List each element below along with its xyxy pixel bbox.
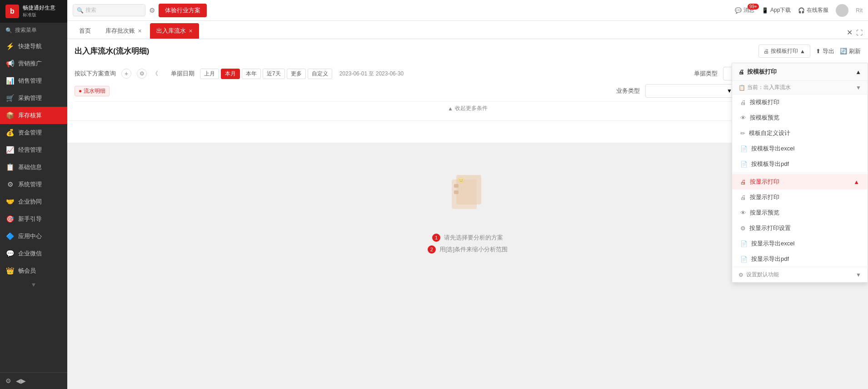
dropdown-title: 按模板打印	[747, 68, 777, 76]
sidebar-logo: b 畅捷通好生意 标准版	[0, 0, 67, 23]
sidebar-label-apps: 应用中心	[18, 232, 42, 240]
dropdown-item-template-pdf[interactable]: 📄 按模板导出pdf	[732, 156, 868, 172]
tab-home-label: 首页	[79, 27, 91, 35]
sidebar-label-cooperation: 企业协同	[18, 198, 42, 206]
filter-collapse-icon[interactable]: 《	[152, 70, 158, 78]
sidebar-item-cooperation[interactable]: 🤝 企业协同	[0, 193, 67, 210]
topbar-gear-icon[interactable]: ⚙	[149, 6, 155, 15]
sidebar-label-wechat: 企业微信	[18, 249, 42, 258]
dropdown-divider-1	[732, 173, 868, 173]
dropdown-item-template-print[interactable]: 🖨 按模板打印	[732, 95, 868, 110]
dropdown-item-display-excel[interactable]: 📄 按显示导出excel	[732, 236, 868, 251]
app-download-icon: 📱	[762, 7, 768, 14]
active-filter-tag[interactable]: ● 流水明细	[75, 86, 110, 96]
window-maximize-icon[interactable]: ⛶	[856, 29, 863, 36]
refresh-button[interactable]: 🔄 刷新	[840, 47, 861, 55]
sidebar-label-finance: 资金管理	[18, 129, 42, 137]
sidebar-item-sales[interactable]: 📊 销售管理	[0, 72, 67, 90]
template-print-label: 按模板打印	[750, 98, 779, 106]
sidebar-item-guide[interactable]: 🎯 新手引导	[0, 210, 67, 228]
dropdown-item-display-print[interactable]: 🖨 按显示打印	[732, 190, 868, 205]
display-section-label: 按显示打印	[750, 178, 779, 186]
window-close-icon[interactable]: ✕	[847, 28, 853, 37]
template-preview-icon: 👁	[740, 115, 746, 121]
dropdown-item-template-preview[interactable]: 👁 按模板预览	[732, 110, 868, 125]
sidebar-item-wechat[interactable]: 💬 企业微信	[0, 245, 67, 262]
sidebar-item-quicknav[interactable]: ⚡ 快捷导航	[0, 38, 67, 55]
tab-inventory-batch[interactable]: 库存批次账 ✕	[99, 23, 148, 39]
sidebar-scroll-down[interactable]: ▼	[0, 279, 67, 290]
sidebar-item-basic[interactable]: 📋 基础信息	[0, 159, 67, 176]
sidebar-label-basic: 基础信息	[18, 163, 42, 171]
dropdown-item-display-preview[interactable]: 👁 按显示预览	[732, 205, 868, 220]
dropdown-item-display-settings[interactable]: ⚙ 按显示打印设置	[732, 220, 868, 236]
sidebar-item-member[interactable]: 👑 畅会员	[0, 262, 67, 279]
sidebar-label-marketing: 营销推广	[18, 60, 42, 68]
filter-section-label: 按以下方案查询	[75, 70, 116, 78]
user-avatar[interactable]	[836, 4, 848, 17]
template-custom-icon: ✏	[740, 130, 745, 137]
messages-btn[interactable]: 💬 消息 99+	[735, 6, 754, 14]
app-download-label: App下载	[770, 6, 791, 14]
display-section-chevron: ▲	[853, 179, 859, 185]
sidebar-label-purchase: 采购管理	[18, 94, 42, 102]
empty-step-2: 2 用[选]条件来缩小分析范围	[428, 245, 508, 254]
industry-solution-button[interactable]: 体验行业方案	[159, 4, 207, 17]
tab-home[interactable]: 首页	[73, 23, 97, 39]
messages-badge: 99+	[748, 4, 759, 10]
dropdown-item-template-excel[interactable]: 📄 按模板导出excel	[732, 141, 868, 156]
sidebar-item-marketing[interactable]: 📢 营销推广	[0, 55, 67, 72]
settings-icon[interactable]: ⚙	[5, 377, 11, 384]
dropdown-header: 🖨 按模板打印 ▲	[732, 63, 868, 81]
topbar-search-icon: 🔍	[77, 7, 84, 14]
date-btn-more[interactable]: 更多	[287, 69, 306, 79]
current-chevron-down[interactable]: ▼	[856, 85, 861, 91]
sidebar-item-finance[interactable]: 💰 资金管理	[0, 124, 67, 141]
svg-rect-3	[454, 190, 459, 194]
tab-inout-flow-close[interactable]: ✕	[189, 28, 193, 34]
filter-settings-button[interactable]: ⚙	[137, 69, 147, 79]
date-btn-lastmonth[interactable]: 上月	[200, 69, 219, 79]
tab-inout-flow[interactable]: 出入库流水 ✕	[150, 23, 199, 39]
marketing-icon: 📢	[5, 60, 15, 68]
sidebar-search[interactable]: 🔍 搜索菜单	[0, 23, 67, 38]
bill-type-label: 单据类型	[694, 70, 718, 78]
refresh-icon: 🔄	[840, 48, 847, 55]
collapse-icon[interactable]: ◀▶	[16, 377, 26, 384]
app-download-btn[interactable]: 📱 App下载	[762, 6, 791, 14]
display-excel-icon: 📄	[740, 240, 748, 247]
date-buttons-group: 上月 本月 本年 近7天 更多 自定义	[200, 69, 332, 79]
sidebar-item-system[interactable]: ⚙ 系统管理	[0, 176, 67, 193]
member-icon: 👑	[5, 267, 15, 275]
sidebar-item-apps[interactable]: 🔷 应用中心	[0, 228, 67, 245]
online-service-label: 在线客服	[807, 6, 828, 14]
dropdown-item-display-pdf[interactable]: 📄 按显示导出pdf	[732, 251, 868, 267]
print-icon: 🖨	[763, 48, 769, 55]
dropdown-item-template-custom[interactable]: ✏ 模板自定义设计	[732, 125, 868, 141]
dropdown-chevron-up[interactable]: ▲	[855, 69, 861, 75]
export-button[interactable]: ⬆ 导出	[816, 47, 834, 55]
export-icon: ⬆	[816, 48, 821, 55]
collapse-more-label: 收起更多条件	[455, 105, 488, 112]
sidebar-item-purchase[interactable]: 🛒 采购管理	[0, 90, 67, 107]
empty-state-icon: 😐	[445, 170, 490, 224]
sidebar-item-operations[interactable]: 📈 经营管理	[0, 141, 67, 159]
empty-illustration: 😐	[445, 170, 490, 216]
dropdown-footer-settings[interactable]: ⚙ 设置默认功能 ▼	[732, 267, 868, 282]
tab-inventory-batch-label: 库存批次账	[105, 27, 135, 35]
sidebar-item-inventory[interactable]: 📦 库存核算	[0, 107, 67, 124]
display-pdf-label: 按显示导出pdf	[751, 255, 789, 263]
date-btn-thisyear[interactable]: 本年	[242, 69, 261, 79]
date-btn-thismonth[interactable]: 本月	[221, 69, 240, 79]
date-btn-custom[interactable]: 自定义	[308, 69, 332, 79]
tab-inventory-batch-close[interactable]: ✕	[138, 28, 142, 34]
print-template-button[interactable]: 🖨 按模板打印 ▲	[758, 45, 810, 58]
date-btn-7days[interactable]: 近7天	[263, 69, 285, 79]
online-service-btn[interactable]: 🎧 在线客服	[798, 6, 828, 14]
refresh-label: 刷新	[849, 47, 861, 55]
template-print-icon: 🖨	[740, 99, 746, 106]
print-template-label: 按模板打印	[771, 47, 798, 55]
filter-add-button[interactable]: +	[121, 69, 131, 79]
topbar-search-box[interactable]: 🔍 搜索	[73, 4, 145, 16]
biz-type-select[interactable]: ▼	[645, 84, 736, 98]
